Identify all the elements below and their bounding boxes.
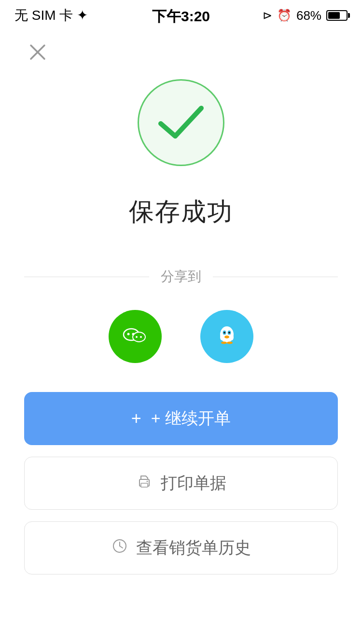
status-left: 无 SIM 卡 ✦ [14, 6, 88, 25]
sim-status: 无 SIM 卡 ✦ [14, 6, 88, 25]
svg-point-7 [140, 336, 142, 338]
svg-point-15 [224, 336, 229, 338]
share-label: 分享到 [161, 267, 201, 286]
continue-label: + 继续开单 [151, 407, 231, 430]
checkmark-icon [157, 103, 205, 142]
svg-point-20 [147, 481, 148, 482]
svg-point-4 [127, 333, 130, 336]
svg-point-16 [221, 342, 227, 344]
battery-icon [326, 10, 348, 21]
svg-point-3 [133, 332, 145, 342]
plus-icon: + [131, 408, 141, 429]
svg-point-6 [136, 336, 138, 338]
close-button[interactable] [24, 39, 51, 66]
location-icon: ⊳ [263, 9, 272, 22]
action-buttons: + + 继续开单 打印单据 查看销货单 [0, 392, 362, 574]
svg-rect-19 [141, 483, 148, 487]
share-section: 分享到 [0, 267, 362, 363]
clock-icon [111, 537, 128, 559]
qq-share-button[interactable] [200, 310, 253, 363]
svg-point-5 [132, 333, 135, 336]
status-right: ⊳ ⏰ 68% [263, 8, 348, 23]
print-label: 打印单据 [161, 472, 226, 494]
history-button[interactable]: 查看销货单历史 [24, 521, 338, 574]
share-icons [24, 310, 338, 363]
svg-point-17 [227, 342, 233, 344]
close-icon [29, 43, 46, 61]
main-content: 保存成功 分享到 [0, 31, 362, 574]
svg-point-10 [230, 335, 234, 340]
alarm-icon: ⏰ [277, 9, 292, 22]
print-button[interactable]: 打印单据 [24, 457, 338, 510]
status-time: 下午3:20 [152, 7, 210, 27]
wechat-icon [120, 321, 151, 352]
history-label: 查看销货单历史 [136, 537, 251, 559]
svg-line-23 [120, 546, 123, 548]
share-divider: 分享到 [24, 267, 338, 286]
continue-button[interactable]: + + 继续开单 [24, 392, 338, 445]
success-circle [138, 79, 224, 166]
qq-icon [211, 321, 242, 352]
svg-point-13 [223, 332, 225, 334]
print-icon [136, 473, 153, 494]
status-bar: 无 SIM 卡 ✦ 下午3:20 ⊳ ⏰ 68% [0, 0, 362, 31]
svg-point-14 [228, 332, 230, 334]
svg-point-9 [220, 335, 224, 340]
battery-percent: 68% [296, 8, 321, 23]
wechat-share-button[interactable] [109, 310, 162, 363]
success-title: 保存成功 [129, 195, 233, 229]
